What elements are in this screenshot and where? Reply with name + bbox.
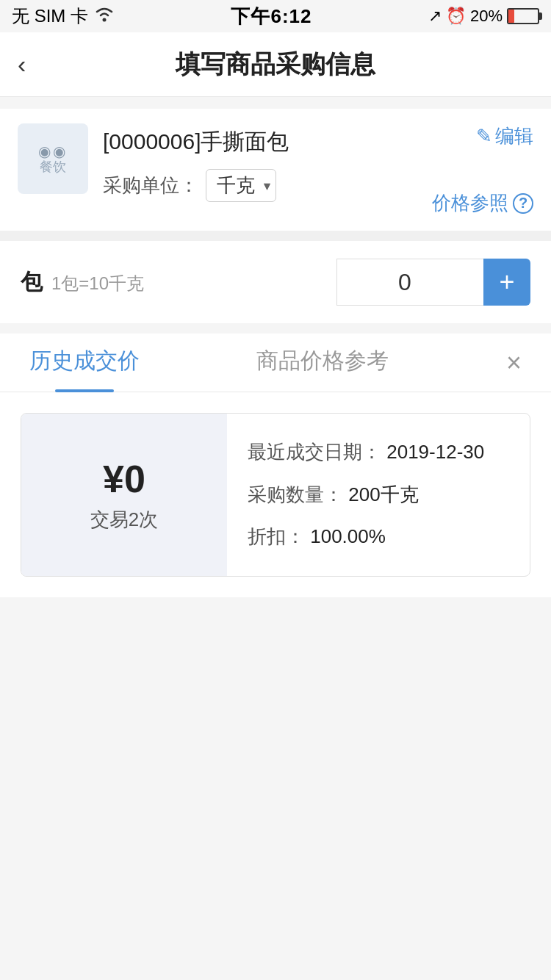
owl-logo: ◉◉ 餐饮 xyxy=(38,144,68,173)
recent-date-label: 最近成交日期： xyxy=(248,441,381,463)
nav-header: ‹ 填写商品采购信息 xyxy=(0,32,551,97)
purchase-qty-label: 采购数量： xyxy=(248,483,343,505)
owl-eyes-icon: ◉◉ xyxy=(38,144,68,159)
qty-conversion-note: 1包=10千克 xyxy=(51,272,144,295)
edit-button[interactable]: ✎ 编辑 xyxy=(476,123,533,149)
product-name: [0000006]手撕面包 xyxy=(103,126,289,157)
owl-brand-label: 餐饮 xyxy=(40,160,66,173)
location-icon: ↗ xyxy=(428,7,442,26)
product-thumbnail: ◉◉ 餐饮 xyxy=(18,123,88,194)
status-left: 无 SIM 卡 xyxy=(12,4,115,28)
back-button[interactable]: ‹ xyxy=(18,50,26,79)
product-info: [0000006]手撕面包 采购单位： 千克 ▾ xyxy=(103,123,289,202)
page-title: 填写商品采购信息 xyxy=(176,48,375,82)
tab-product-price-ref[interactable]: 商品价格参考 xyxy=(256,334,389,392)
history-price: ¥0 xyxy=(103,457,145,501)
tab-history-price[interactable]: 历史成交价 xyxy=(29,334,140,392)
status-right: ↗ ⏰ 20% xyxy=(428,7,539,26)
discount-row: 折扣： 100.00% xyxy=(248,522,509,552)
history-trades: 交易2次 xyxy=(90,507,158,533)
quantity-row: 包 1包=10千克 + xyxy=(0,241,551,323)
tab-header: 历史成交价 商品价格参考 × xyxy=(0,334,551,392)
discount-label: 折扣： xyxy=(248,525,305,547)
purchase-qty-row: 采购数量： 200千克 xyxy=(248,480,509,511)
price-ref-area: 价格参照 ? xyxy=(432,190,533,216)
history-left-panel: ¥0 交易2次 xyxy=(21,414,227,576)
history-right-panel: 最近成交日期： 2019-12-30 采购数量： 200千克 折扣： 100.0… xyxy=(227,414,530,576)
battery-percent: 20% xyxy=(470,7,503,26)
tab-close-button[interactable]: × xyxy=(506,350,522,376)
product-unit-row: 采购单位： 千克 ▾ xyxy=(103,169,289,202)
quantity-left: 包 1包=10千克 xyxy=(21,267,144,298)
qty-controls: + xyxy=(336,259,530,306)
unit-label: 采购单位： xyxy=(103,173,198,198)
tab-section: 历史成交价 商品价格参考 × ¥0 交易2次 最近成交日期： 2019-12-3… xyxy=(0,334,551,597)
edit-icon: ✎ xyxy=(476,125,492,148)
unit-select-wrap[interactable]: 千克 ▾ xyxy=(206,169,276,202)
history-content: ¥0 交易2次 最近成交日期： 2019-12-30 采购数量： 200千克 折… xyxy=(0,392,551,597)
quantity-plus-button[interactable]: + xyxy=(483,259,530,306)
no-sim-text: 无 SIM 卡 xyxy=(12,4,88,28)
recent-date-row: 最近成交日期： 2019-12-30 xyxy=(248,437,509,468)
purchase-qty-value: 200千克 xyxy=(348,483,418,505)
battery-icon xyxy=(507,8,539,24)
help-icon: ? xyxy=(513,193,533,214)
status-bar: 无 SIM 卡 下午6:12 ↗ ⏰ 20% xyxy=(0,0,551,32)
price-ref-label: 价格参照 xyxy=(432,190,508,216)
product-top-row: ◉◉ 餐饮 [0000006]手撕面包 采购单位： 千克 ▾ ✎ 编辑 xyxy=(18,123,533,216)
product-right-actions: ✎ 编辑 价格参照 ? xyxy=(432,123,533,216)
edit-label: 编辑 xyxy=(495,123,533,149)
product-card: ◉◉ 餐饮 [0000006]手撕面包 采购单位： 千克 ▾ ✎ 编辑 xyxy=(0,109,551,231)
quantity-input[interactable] xyxy=(336,259,483,306)
svg-point-0 xyxy=(103,18,107,22)
status-time: 下午6:12 xyxy=(231,4,311,29)
product-left: ◉◉ 餐饮 [0000006]手撕面包 采购单位： 千克 ▾ xyxy=(18,123,289,202)
discount-value: 100.00% xyxy=(310,525,386,547)
alarm-icon: ⏰ xyxy=(446,7,466,26)
price-ref-button[interactable]: 价格参照 ? xyxy=(432,190,533,216)
qty-unit-label: 包 xyxy=(21,267,43,298)
wifi-icon xyxy=(94,6,115,26)
recent-date-value: 2019-12-30 xyxy=(386,441,484,463)
unit-dropdown-arrow: ▾ xyxy=(264,178,270,194)
history-card: ¥0 交易2次 最近成交日期： 2019-12-30 采购数量： 200千克 折… xyxy=(21,413,530,577)
section-separator xyxy=(0,231,551,241)
